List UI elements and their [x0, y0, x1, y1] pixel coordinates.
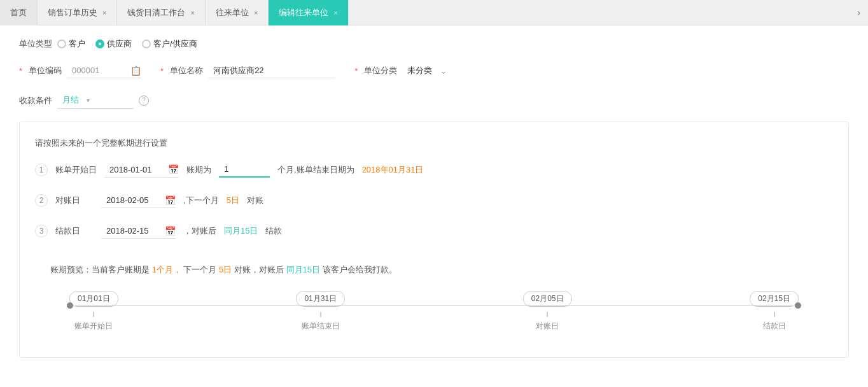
- payment-terms-arrow: ▾: [87, 97, 90, 104]
- tab-partner[interactable]: 往来单位 ×: [206, 0, 269, 25]
- payment-terms-label: 收款条件: [19, 95, 52, 106]
- timeline-label-4: 结款日: [763, 321, 786, 332]
- unit-name-input[interactable]: [208, 63, 335, 78]
- tabs-scroll-arrow[interactable]: ›: [850, 7, 868, 18]
- unit-category-select[interactable]: 未分类 ⌄: [402, 62, 447, 79]
- radio-customer-label: 客户: [69, 38, 85, 50]
- unit-type-group: 单位类型 客户 供应商 客户/供应商: [19, 38, 197, 50]
- radio-group: 客户 供应商 客户/供应商: [57, 38, 197, 50]
- timeline-point-4: 02月15日 结款日: [750, 291, 799, 332]
- period-row-3: 3 结款日 📅 ，对账后 同月15日 结款: [35, 223, 833, 239]
- radio-customer-supplier-label: 客户/供应商: [153, 38, 197, 50]
- tab-home[interactable]: 首页: [0, 0, 38, 25]
- payment-terms-value: 月结: [57, 92, 84, 108]
- tab-edit-partner[interactable]: 编辑往来单位 ×: [269, 0, 348, 25]
- tab-close-sales-history[interactable]: ×: [102, 9, 106, 17]
- tab-close-partner[interactable]: ×: [254, 9, 258, 17]
- timeline-label-2: 账单结束日: [302, 321, 340, 332]
- unit-category-label: 单位分类: [364, 65, 397, 76]
- radio-supplier-circle: [95, 39, 104, 48]
- unit-code-input-wrapper: 📋: [67, 63, 141, 78]
- tab-cash-clearing[interactable]: 钱货日清工作台 ×: [117, 0, 205, 25]
- period-settings-title: 请按照未来的一个完整帐期进行设置: [35, 137, 833, 149]
- radio-supplier-label: 供应商: [107, 38, 132, 50]
- preview-suffix: 该客户会给我打款。: [323, 265, 397, 274]
- radio-customer[interactable]: 客户: [57, 38, 85, 50]
- unit-name-group: * 单位名称: [160, 63, 335, 78]
- period-index-3: 3: [35, 225, 48, 237]
- period-date-1[interactable]: [104, 162, 168, 177]
- period-row-2: 2 对账日 📅 ,下一个月 5日 对账: [35, 193, 833, 208]
- timeline-line: [76, 305, 792, 306]
- period-desc-suffix-1: 个月,账单结束日期为: [277, 164, 354, 176]
- payment-terms-row: 收款条件 月结 ▾ ?: [19, 92, 849, 109]
- unit-code-input[interactable]: [67, 63, 130, 78]
- preview-prefix: 账期预览：当前客户账期是: [50, 265, 150, 274]
- calendar-icon-1[interactable]: 📅: [168, 164, 179, 174]
- timeline-wrapper: 01月01日 账单开始日 01月31日 账单结束日 02月05日: [50, 291, 818, 332]
- preview-highlight-3: 同月15日: [286, 265, 320, 274]
- unit-code-label: 单位编码: [29, 65, 62, 76]
- unit-type-label: 单位类型: [19, 38, 52, 50]
- preview-middle-1: 下一个月: [183, 265, 216, 274]
- preview-text: 账期预览：当前客户账期是 1个月， 下一个月 5日 对账，对账后 同月15日 该…: [50, 264, 818, 276]
- payment-terms-group: 收款条件 月结 ▾ ?: [19, 92, 149, 109]
- tabs-bar: 首页 销售订单历史 × 钱货日清工作台 × 往来单位 × 编辑往来单位 × ›: [0, 0, 868, 25]
- timeline-point-2: 01月31日 账单结束日: [296, 291, 345, 332]
- timeline-start-dot: [67, 302, 73, 309]
- timeline-point-1: 01月01日 账单开始日: [69, 291, 118, 332]
- calendar-icon-3[interactable]: 📅: [165, 226, 176, 236]
- chevron-down-icon: ⌄: [440, 66, 447, 76]
- period-date-input-2: 📅: [101, 193, 176, 208]
- unit-code-copy-icon[interactable]: 📋: [130, 66, 141, 76]
- radio-supplier[interactable]: 供应商: [95, 38, 132, 50]
- timeline-stem-2: [320, 312, 321, 317]
- period-months-input[interactable]: [219, 162, 270, 178]
- unit-code-group: * 单位编码 📋: [19, 63, 141, 78]
- period-field-label-2: 对账日: [55, 195, 94, 206]
- period-date-3[interactable]: [101, 223, 165, 238]
- preview-highlight-2: 5日: [219, 265, 232, 274]
- period-desc-prefix-1: 账期为: [186, 164, 211, 176]
- preview-highlight-1: 1个月，: [152, 265, 181, 274]
- timeline-stem-4: [774, 312, 775, 317]
- unit-category-required: *: [354, 66, 358, 76]
- timeline-container: 01月01日 账单开始日 01月31日 账单结束日 02月05日: [57, 291, 811, 332]
- unit-name-label: 单位名称: [170, 65, 203, 76]
- unit-category-value: 未分类: [402, 62, 437, 79]
- radio-customer-supplier[interactable]: 客户/供应商: [142, 38, 197, 50]
- timeline-label-3: 对账日: [536, 321, 559, 332]
- period-date-input-3: 📅: [101, 223, 176, 239]
- period-row-1: 1 账单开始日 📅 账期为 个月,账单结束日期为 2018年01月31日: [35, 162, 833, 178]
- tab-close-edit-partner[interactable]: ×: [333, 9, 337, 17]
- timeline-point-3: 02月05日 对账日: [523, 291, 572, 332]
- period-index-1: 1: [35, 164, 48, 176]
- timeline-label-1: 账单开始日: [74, 321, 113, 332]
- timeline-points: 01月01日 账单开始日 01月31日 账单结束日 02月05日: [57, 291, 811, 332]
- unit-name-required: *: [160, 66, 164, 76]
- tab-sales-history[interactable]: 销售订单历史 ×: [38, 0, 117, 25]
- unit-type-row: 单位类型 客户 供应商 客户/供应商: [19, 38, 849, 50]
- period-desc-2a: ,下一个月: [183, 195, 219, 206]
- timeline-stem-1: [93, 312, 94, 317]
- unit-info-row: * 单位编码 📋 * 单位名称 * 单位分类 未分类 ⌄: [19, 62, 849, 79]
- timeline-end-dot: [795, 302, 801, 309]
- help-icon[interactable]: ?: [139, 95, 149, 106]
- period-index-2: 2: [35, 194, 48, 207]
- unit-category-group: * 单位分类 未分类 ⌄: [354, 62, 447, 79]
- radio-customer-supplier-circle: [142, 39, 151, 48]
- period-desc-2b: 对账: [247, 195, 263, 206]
- period-desc-3b: 结款: [265, 225, 282, 237]
- period-end-date-1: 2018年01月31日: [362, 164, 424, 176]
- period-date-2[interactable]: [101, 193, 165, 208]
- calendar-icon-2[interactable]: 📅: [165, 195, 176, 206]
- tab-close-cash-clearing[interactable]: ×: [190, 9, 194, 17]
- period-settings-box: 请按照未来的一个完整帐期进行设置 1 账单开始日 📅 账期为 个月,账单结束日期…: [19, 122, 849, 358]
- unit-code-required: *: [19, 66, 22, 76]
- period-date-input-1: 📅: [104, 162, 179, 178]
- main-content: 单位类型 客户 供应商 客户/供应商 * 单位编码: [0, 25, 868, 387]
- period-highlight-3: 同月15日: [224, 225, 258, 237]
- timeline-stem-3: [547, 312, 548, 317]
- radio-customer-circle: [57, 39, 66, 48]
- payment-terms-select[interactable]: 月结 ▾: [57, 92, 134, 109]
